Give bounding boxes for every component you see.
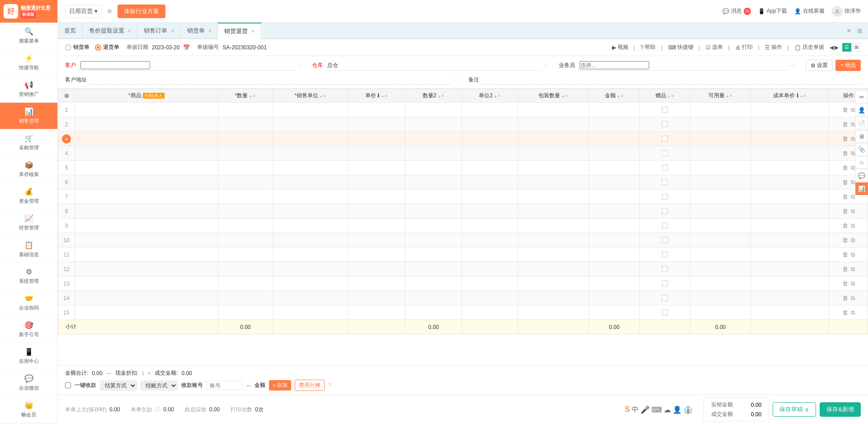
row-unit-cell[interactable]: [273, 190, 348, 204]
salesperson-more-icon[interactable]: ···: [791, 63, 794, 68]
calendar-icon[interactable]: 📅: [183, 44, 190, 51]
sidebar-item-operations[interactable]: 📈 经营管理: [0, 210, 57, 236]
row-qty-cell[interactable]: [218, 146, 273, 161]
copy-row-icon[interactable]: ⧉: [851, 280, 855, 287]
row-amount-cell[interactable]: [589, 190, 640, 204]
row-price-cell[interactable]: [348, 190, 406, 204]
customer-more-icon[interactable]: ···: [297, 63, 301, 68]
row-pkg-cell[interactable]: [518, 204, 589, 219]
return-order-radio[interactable]: 退货单: [95, 43, 119, 51]
one-click-payment-checkbox[interactable]: [65, 382, 71, 388]
row-pkg-cell[interactable]: [518, 262, 589, 276]
tab-close-sales-delivery[interactable]: ×: [208, 28, 211, 33]
row-qty-cell[interactable]: [218, 305, 273, 320]
sidebar-item-wechat[interactable]: 💬 企业微信: [0, 370, 57, 396]
float-clip-btn[interactable]: 📎: [855, 143, 868, 156]
row-unit-cell[interactable]: [273, 175, 348, 190]
sidebar-item-marketing[interactable]: 📢 营销推广: [0, 76, 57, 103]
address-input[interactable]: [90, 75, 451, 85]
sidebar-item-inventory[interactable]: 📦 库存核算: [0, 156, 57, 183]
row-qty2-cell[interactable]: [406, 146, 462, 161]
row-price-cell[interactable]: [348, 248, 406, 262]
float-grid-btn[interactable]: ⊞: [855, 130, 868, 143]
copy-row-icon[interactable]: ⧉: [851, 135, 855, 143]
breadcrumb-select[interactable]: 日用百货 ▾: [65, 5, 102, 18]
logistics-button[interactable]: + 物流: [835, 60, 861, 71]
tab-sales-delivery[interactable]: 销货单×: [181, 23, 218, 39]
row-unit-cell[interactable]: [273, 305, 348, 320]
row-amount-cell[interactable]: [589, 132, 640, 146]
list-view-btn[interactable]: ☰: [842, 43, 851, 52]
row-unit2-cell[interactable]: [462, 219, 518, 233]
row-amount-cell[interactable]: [589, 219, 640, 233]
next-icon[interactable]: ▶: [835, 44, 839, 51]
row-pkg-cell[interactable]: [518, 132, 589, 146]
delete-row-icon[interactable]: 🗑: [842, 280, 848, 287]
gift-checkbox-7[interactable]: [662, 194, 668, 200]
select-action[interactable]: ☑ 选单: [704, 43, 725, 52]
grid-view-btn[interactable]: ⊞: [852, 43, 861, 52]
gift-checkbox-2[interactable]: [662, 121, 668, 127]
mic-icon[interactable]: 🎤: [641, 405, 650, 414]
settings-button[interactable]: ⚙ 设置: [806, 60, 833, 71]
delete-row-icon[interactable]: 🗑: [842, 266, 848, 272]
add-payment-button[interactable]: + 添加: [269, 380, 291, 391]
row-amount-cell[interactable]: [589, 233, 640, 248]
tab-close-price-settings[interactable]: ×: [128, 28, 131, 33]
save-new-button[interactable]: 保存&新增: [820, 402, 861, 417]
add-row-button[interactable]: +: [62, 134, 71, 143]
sidebar-item-search[interactable]: 🔍 搜索菜单: [0, 23, 57, 49]
row-cost-cell[interactable]: [751, 146, 829, 161]
row-avail-cell[interactable]: [690, 248, 751, 262]
row-unit2-cell[interactable]: [462, 190, 518, 204]
salesperson-text-input[interactable]: [580, 61, 649, 69]
billing-method-select[interactable]: 结账方式: [141, 381, 178, 391]
row-price-cell[interactable]: [348, 276, 406, 291]
sidebar-item-apps[interactable]: 📱 应用中心: [0, 343, 57, 370]
copy-row-icon[interactable]: ⧉: [851, 251, 855, 258]
row-amount-cell[interactable]: [589, 146, 640, 161]
row-qty2-cell[interactable]: [406, 305, 462, 320]
row-pkg-cell[interactable]: [518, 103, 589, 117]
print-action[interactable]: 🖨 打印: [733, 43, 755, 52]
row-avail-cell[interactable]: [690, 262, 751, 276]
row-unit2-cell[interactable]: [462, 146, 518, 161]
row-qty-cell[interactable]: [218, 233, 273, 248]
gift-checkbox-5[interactable]: [662, 165, 668, 171]
row-pkg-cell[interactable]: [518, 276, 589, 291]
row-unit2-cell[interactable]: [462, 132, 518, 146]
row-unit2-cell[interactable]: [462, 305, 518, 320]
account-input[interactable]: [207, 381, 243, 390]
row-price-cell[interactable]: [348, 305, 406, 320]
float-doc-btn[interactable]: 📄: [855, 117, 868, 129]
gift-checkbox-15[interactable]: [662, 310, 668, 315]
row-price-cell[interactable]: [348, 117, 406, 132]
row-qty2-cell[interactable]: [406, 117, 462, 132]
prev-icon[interactable]: ◀: [830, 44, 834, 51]
row-unit-cell[interactable]: [273, 117, 348, 132]
tab-close-sales-return[interactable]: ×: [251, 29, 254, 34]
row-qty-cell[interactable]: [218, 276, 273, 291]
gift-checkbox-4[interactable]: [662, 150, 668, 156]
row-price-cell[interactable]: [348, 161, 406, 175]
row-unit2-cell[interactable]: [462, 291, 518, 305]
save-draft-button[interactable]: 保存草稿 ∧: [773, 402, 816, 417]
row-unit-cell[interactable]: [273, 276, 348, 291]
row-product-cell[interactable]: [75, 146, 218, 161]
gift-checkbox-6[interactable]: [662, 179, 668, 185]
row-cost-cell[interactable]: [751, 103, 829, 117]
row-price-cell[interactable]: [348, 175, 406, 190]
row-avail-cell[interactable]: [690, 103, 751, 117]
warehouse-more-icon[interactable]: ···: [544, 63, 547, 68]
gift-checkbox-10[interactable]: [662, 237, 668, 243]
row-price-cell[interactable]: [348, 262, 406, 276]
row-unit-cell[interactable]: [273, 204, 348, 219]
row-avail-cell[interactable]: [690, 305, 751, 320]
sidebar-item-quick-nav[interactable]: ⚡ 快捷导航: [0, 49, 57, 76]
row-amount-cell[interactable]: [589, 305, 640, 320]
copy-row-icon[interactable]: ⧉: [851, 309, 855, 316]
delete-row-icon[interactable]: 🗑: [842, 106, 848, 113]
gift-checkbox-14[interactable]: [662, 295, 668, 301]
row-amount-cell[interactable]: [589, 175, 640, 190]
row-unit2-cell[interactable]: [462, 175, 518, 190]
